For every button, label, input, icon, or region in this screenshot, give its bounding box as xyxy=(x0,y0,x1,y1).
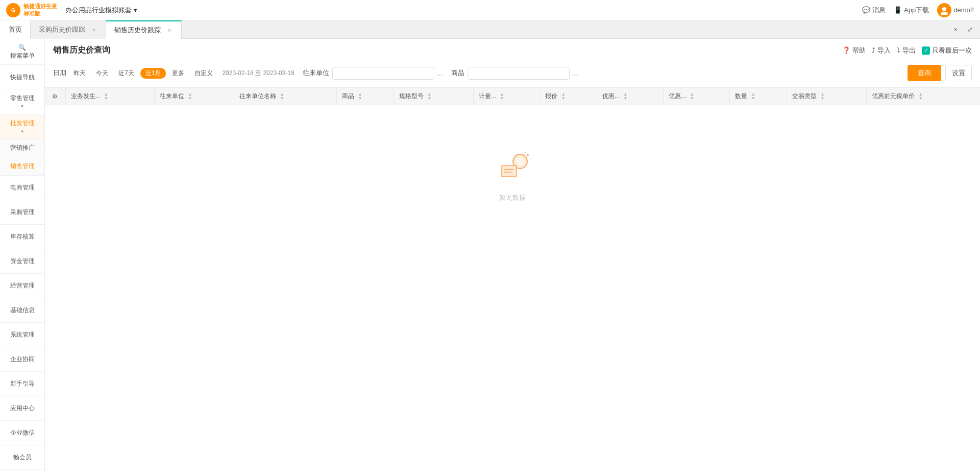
fullscreen-btn[interactable]: ⤢ xyxy=(964,23,976,36)
th-biz-date[interactable]: 业务发生... ▲ ▼ xyxy=(65,88,155,105)
th-partner-code[interactable]: 往来单位 ▲ ▼ xyxy=(155,88,234,105)
export-btn[interactable]: ⤵ 导出 xyxy=(897,46,916,55)
goods-filter-group: 商品 ... xyxy=(451,67,578,80)
sidebar-item-enterprise-collab[interactable]: 企业协同 xyxy=(0,347,44,372)
tab-home-label: 首页 xyxy=(9,25,22,34)
svg-point-3 xyxy=(941,12,948,15)
company-dropdown-icon: ▾ xyxy=(134,6,137,14)
sidebar-item-new-guide[interactable]: 新手引导 xyxy=(0,372,44,396)
th-partner-name[interactable]: 往来单位名称 ▲ ▼ xyxy=(234,88,337,105)
th-quantity[interactable]: 数量 ▲ ▼ xyxy=(730,88,787,105)
th-spec[interactable]: 规格型号 ▲ ▼ xyxy=(394,88,473,105)
date-btn-more[interactable]: 更多 xyxy=(168,68,188,79)
sidebar-item-search[interactable]: 🔍 搜索菜单 xyxy=(0,39,44,65)
tab-sales-history[interactable]: 销售历史价跟踪 × xyxy=(106,20,182,39)
help-btn[interactable]: ❓ 帮助 xyxy=(842,46,866,55)
goods-input-wrap: ... xyxy=(468,67,578,80)
tab-sales-history-close[interactable]: × xyxy=(166,27,173,34)
svg-point-11 xyxy=(525,152,526,153)
header-right: 💬 消息 📱 App下载 demo2 xyxy=(862,3,974,17)
filter-row: 日期 昨天 今天 近7天 近1月 更多 自定义 2023-02-18 至 202… xyxy=(53,61,972,83)
search-icon: 🔍 xyxy=(18,44,26,51)
date-btn-custom[interactable]: 自定义 xyxy=(190,68,217,79)
goods-dots[interactable]: ... xyxy=(572,68,578,78)
sidebar-item-inventory[interactable]: 库存核算 xyxy=(0,225,44,249)
only-last-checkbox[interactable]: ✓ xyxy=(922,46,930,55)
close-all-tabs-btn[interactable]: × xyxy=(949,23,962,36)
partner-filter-group: 往来单位 ... xyxy=(303,67,443,80)
sort-partner-name-icon: ▲ ▼ xyxy=(280,92,284,101)
svg-text:G: G xyxy=(11,8,15,13)
sidebar-item-retail[interactable]: 零售管理 ▾ xyxy=(0,89,44,114)
sort-discount2-icon: ▲ ▼ xyxy=(690,92,694,101)
goods-input[interactable] xyxy=(468,67,570,80)
table-header-row: ⚙ 业务发生... ▲ ▼ 往来单位 ▲ xyxy=(45,88,980,105)
tab-purchase-history-close[interactable]: × xyxy=(90,26,97,33)
query-button[interactable]: 查询 xyxy=(908,65,941,81)
empty-state: 暂无数据 xyxy=(45,105,980,243)
sidebar-item-basic-info[interactable]: 基础信息 xyxy=(0,298,44,323)
sidebar-item-sales-mgmt[interactable]: 销售管理 xyxy=(0,157,44,176)
tab-home[interactable]: 首页 xyxy=(0,20,31,39)
sidebar-item-enterprise-wechat[interactable]: 企业微信 xyxy=(0,421,44,445)
company-selector[interactable]: 办公用品行业模拟账套 ▾ xyxy=(61,4,141,17)
sidebar-item-operations[interactable]: 经营管理 xyxy=(0,274,44,298)
wholesale-arrow-icon: ▴ xyxy=(21,128,23,133)
message-btn[interactable]: 💬 消息 xyxy=(862,6,886,15)
logo-area: G 畅捷通好生意 标准版 xyxy=(6,3,57,17)
app-logo-icon: G xyxy=(6,3,20,17)
partner-dots[interactable]: ... xyxy=(436,68,443,78)
sort-goods-icon: ▲ ▼ xyxy=(358,92,362,101)
setting-button[interactable]: 设置 xyxy=(945,65,972,81)
only-last-wrapper[interactable]: ✓ 只看最后一次 xyxy=(922,46,972,55)
th-unit[interactable]: 计量... ▲ ▼ xyxy=(474,88,540,105)
date-filter-group: 日期 昨天 今天 近7天 近1月 更多 自定义 2023-02-18 至 202… xyxy=(53,68,295,79)
th-settings[interactable]: ⚙ xyxy=(45,88,65,105)
sidebar-item-system[interactable]: 系统管理 xyxy=(0,323,44,347)
empty-state-icon xyxy=(492,146,533,187)
sidebar-item-quick-nav[interactable]: 快捷导航 xyxy=(0,65,44,89)
sidebar-item-marketing[interactable]: 营销推广 xyxy=(0,139,44,157)
th-discount2[interactable]: 优惠... ▲ ▼ xyxy=(664,88,730,105)
tab-bar-actions: × ⤢ xyxy=(949,23,980,36)
date-btn-7days[interactable]: 近7天 xyxy=(114,68,138,79)
page-header: 销售历史价查询 ❓ 帮助 ⤴ 导入 ⤵ 导出 ✓ xyxy=(45,39,980,88)
th-pretax-price[interactable]: 优惠前无税单价 ▲ ▼ xyxy=(867,88,980,105)
tab-purchase-history[interactable]: 采购历史价跟踪 × xyxy=(31,20,106,39)
date-btn-today[interactable]: 今天 xyxy=(92,68,112,79)
message-icon: 💬 xyxy=(862,6,870,14)
content-area: 销售历史价查询 ❓ 帮助 ⤴ 导入 ⤵ 导出 ✓ xyxy=(45,39,980,472)
date-range-text: 2023-02-18 至 2023-03-18 xyxy=(222,69,294,78)
sidebar-item-ecommerce[interactable]: 电商管理 xyxy=(0,176,44,200)
sort-discount1-icon: ▲ ▼ xyxy=(623,92,627,101)
th-quoted-price[interactable]: 报价 ▲ ▼ xyxy=(540,88,597,105)
date-label: 日期 xyxy=(53,68,66,78)
date-btn-1month[interactable]: 近1月 xyxy=(140,68,166,79)
import-btn[interactable]: ⤴ 导入 xyxy=(872,46,891,55)
sidebar-item-finance[interactable]: 资金管理 xyxy=(0,249,44,274)
app-download-btn[interactable]: 📱 App下载 xyxy=(894,6,929,15)
header-left: G 畅捷通好生意 标准版 办公用品行业模拟账套 ▾ xyxy=(6,3,141,17)
th-discount1[interactable]: 优惠... ▲ ▼ xyxy=(597,88,663,105)
th-goods[interactable]: 商品 ▲ ▼ xyxy=(337,88,394,105)
th-trade-type[interactable]: 交易类型 ▲ ▼ xyxy=(787,88,867,105)
partner-input[interactable] xyxy=(332,67,434,80)
company-name: 办公用品行业模拟账套 xyxy=(65,6,132,15)
date-btn-yesterday[interactable]: 昨天 xyxy=(69,68,90,79)
settings-icon[interactable]: ⚙ xyxy=(52,93,58,100)
sidebar-item-member[interactable]: 畅会员 xyxy=(0,445,44,470)
sidebar-item-wholesale[interactable]: 批发管理 ▴ xyxy=(0,114,44,139)
data-table: ⚙ 业务发生... ▲ ▼ 往来单位 ▲ xyxy=(45,88,980,105)
sort-biz-date-icon: ▲ ▼ xyxy=(104,92,108,101)
top-header: G 畅捷通好生意 标准版 办公用品行业模拟账套 ▾ 💬 消息 📱 App下载 d… xyxy=(0,0,980,20)
date-buttons: 昨天 今天 近7天 近1月 更多 自定义 xyxy=(69,68,217,79)
sidebar-item-app-center[interactable]: 应用中心 xyxy=(0,396,44,421)
page-title: 销售历史价查询 xyxy=(53,45,110,56)
sort-pretax-price-icon: ▲ ▼ xyxy=(919,92,923,101)
table-container: ⚙ 业务发生... ▲ ▼ 往来单位 ▲ xyxy=(45,88,980,472)
empty-text: 暂无数据 xyxy=(499,193,526,202)
goods-label: 商品 xyxy=(451,68,464,78)
user-menu[interactable]: demo2 xyxy=(937,3,974,17)
retail-arrow-icon: ▾ xyxy=(21,103,23,109)
sidebar-item-purchase[interactable]: 采购管理 xyxy=(0,200,44,225)
